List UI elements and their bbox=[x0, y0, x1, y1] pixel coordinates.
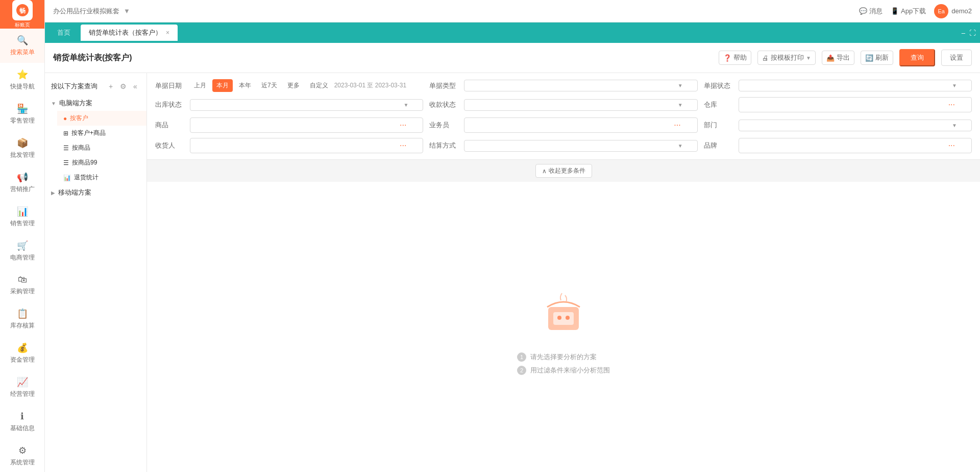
sales-icon: 📊 bbox=[17, 206, 28, 217]
sidebar-item-sales[interactable]: 📊 销售管理 bbox=[0, 200, 45, 234]
order-type-select[interactable]: ▼ bbox=[464, 80, 697, 91]
sidebar-item-ecommerce[interactable]: 🛒 电商管理 bbox=[0, 234, 45, 268]
sidebar-item-search[interactable]: 🔍 搜索菜单 bbox=[0, 29, 45, 63]
print-button[interactable]: 🖨 按模板打印 ▼ bbox=[757, 51, 816, 65]
avatar: Ea bbox=[934, 4, 948, 18]
page-title: 销货单统计表(按客户) bbox=[53, 53, 132, 63]
message-label: 消息 bbox=[869, 7, 883, 16]
receiver-ellipsis[interactable]: ··· bbox=[398, 141, 408, 150]
sidebar-item-finance-label: 资金管理 bbox=[10, 356, 35, 364]
query-button[interactable]: 查询 bbox=[899, 49, 935, 66]
export-button[interactable]: 📤 导出 bbox=[822, 51, 854, 65]
payment-status-select[interactable]: ▼ bbox=[464, 99, 697, 111]
filter-brand-col: 品牌 ··· bbox=[704, 138, 972, 153]
sidebar-item-quicknav[interactable]: ⭐ 快捷导航 bbox=[0, 63, 45, 97]
left-panel-header: 按以下方案查询 + ⚙ « bbox=[45, 77, 146, 96]
sidebar-item-purchase[interactable]: 🛍 采购管理 bbox=[0, 268, 45, 302]
receiver-select[interactable]: ··· bbox=[190, 138, 423, 153]
message-button[interactable]: 💬 消息 bbox=[859, 7, 883, 16]
product-ellipsis[interactable]: ··· bbox=[398, 121, 408, 130]
date-last-month[interactable]: 上月 bbox=[190, 79, 210, 92]
sidebar-item-operations[interactable]: 📈 经营管理 bbox=[0, 370, 45, 405]
scheme-by-product99[interactable]: ☰ 按商品99 bbox=[57, 155, 146, 170]
brand-select[interactable]: ··· bbox=[739, 138, 972, 153]
sidebar-item-operations-label: 经营管理 bbox=[10, 390, 35, 398]
message-icon: 💬 bbox=[859, 7, 867, 15]
warehouse-ellipsis[interactable]: ··· bbox=[946, 100, 957, 109]
delivery-status-select[interactable]: ▼ bbox=[190, 99, 423, 111]
tab-close-icon[interactable]: × bbox=[166, 29, 169, 36]
sidebar-item-basic[interactable]: ℹ 基础信息 bbox=[0, 405, 45, 439]
salesperson-ellipsis[interactable]: ··· bbox=[672, 121, 682, 130]
main-content: 办公用品行业模拟账套 ▼ 💬 消息 📱 App下载 Ea demo2 首页 销货… bbox=[45, 0, 980, 472]
scheme-by-customer-product[interactable]: ⊞ 按客户+商品 bbox=[57, 126, 146, 140]
settlement-select[interactable]: ▼ bbox=[464, 140, 697, 152]
settings-button[interactable]: 设置 bbox=[941, 50, 972, 66]
order-status-select[interactable]: ▼ bbox=[739, 80, 972, 91]
search-icon: 🔍 bbox=[17, 35, 28, 46]
help-icon: ❓ bbox=[723, 54, 731, 62]
sidebar-item-retail[interactable]: 🏪 零售管理 bbox=[0, 97, 45, 131]
salesperson-select[interactable]: ··· bbox=[464, 117, 697, 133]
add-scheme-button[interactable]: + bbox=[106, 81, 116, 91]
scheme-by-customer[interactable]: ● 按客户 bbox=[57, 111, 146, 126]
help-button[interactable]: ❓ 帮助 bbox=[719, 51, 751, 65]
filter-row-2: 出库状态 ▼ 收款状态 ▼ bbox=[155, 97, 972, 112]
print-icon: 🖨 bbox=[762, 54, 769, 62]
delivery-status-label: 出库状态 bbox=[155, 100, 186, 109]
tab-sales-stats[interactable]: 销货单统计表（按客户） × bbox=[81, 25, 178, 41]
wholesale-icon: 📦 bbox=[17, 137, 28, 149]
date-custom[interactable]: 自定义 bbox=[306, 79, 332, 92]
brand-ellipsis[interactable]: ··· bbox=[946, 141, 957, 150]
app-download-label: App下载 bbox=[901, 7, 926, 16]
app-download-button[interactable]: 📱 App下载 bbox=[891, 7, 926, 16]
filter-row-4: 收货人 ··· 结算方式 ▼ bbox=[155, 138, 972, 153]
scheme-by-product[interactable]: ☰ 按商品 bbox=[57, 140, 146, 155]
print-dropdown-icon: ▼ bbox=[806, 55, 811, 61]
warehouse-select[interactable]: ··· bbox=[739, 97, 972, 112]
empty-illustration bbox=[533, 279, 594, 340]
tab-home[interactable]: 首页 bbox=[49, 25, 79, 41]
empty-step-1: 1 请先选择要分析的方案 bbox=[517, 352, 610, 362]
filter-receiver-col: 收货人 ··· bbox=[155, 138, 423, 153]
sidebar-item-finance[interactable]: 💰 资金管理 bbox=[0, 336, 45, 370]
department-select[interactable]: ▼ bbox=[739, 120, 972, 131]
filter-warehouse-col: 仓库 ··· bbox=[704, 97, 972, 112]
salesperson-label: 业务员 bbox=[429, 121, 460, 130]
collapse-chevron-icon: ∧ bbox=[542, 168, 547, 175]
sidebar-item-marketing[interactable]: 📢 营销推广 bbox=[0, 166, 45, 200]
tree-section-pc[interactable]: ▼ 电脑端方案 bbox=[45, 96, 146, 111]
scheme-settings-button[interactable]: ⚙ bbox=[118, 81, 128, 91]
sidebar-item-wholesale[interactable]: 📦 批发管理 bbox=[0, 131, 45, 166]
finance-icon: 💰 bbox=[17, 342, 28, 353]
tree-section-mobile[interactable]: ▶ 移动端方案 bbox=[45, 185, 146, 200]
date-this-month[interactable]: 本月 bbox=[212, 79, 233, 92]
collapse-button[interactable]: ∧ 收起更多条件 bbox=[535, 164, 592, 178]
date-7days[interactable]: 近7天 bbox=[257, 79, 281, 92]
date-more[interactable]: 更多 bbox=[283, 79, 304, 92]
grid-icon: ⊞ bbox=[63, 130, 68, 137]
date-this-year[interactable]: 本年 bbox=[235, 79, 255, 92]
refresh-button[interactable]: 🔄 刷新 bbox=[861, 51, 893, 65]
user-profile[interactable]: Ea demo2 bbox=[934, 4, 972, 18]
empty-state: 1 请先选择要分析的方案 2 用过滤条件来缩小分析范围 bbox=[147, 182, 980, 472]
scheme-by-product-label: 按商品 bbox=[72, 144, 90, 152]
minimize-icon[interactable]: – bbox=[962, 29, 965, 37]
expand-icon: ▼ bbox=[51, 101, 56, 106]
sidebar-item-inventory[interactable]: 📋 库存核算 bbox=[0, 302, 45, 336]
order-type-label: 单据类型 bbox=[429, 81, 460, 90]
left-panel: 按以下方案查询 + ⚙ « ▼ 电脑端方案 ● 按客户 bbox=[45, 73, 147, 472]
collapse-panel-button[interactable]: « bbox=[130, 81, 140, 91]
sidebar-item-ecommerce-label: 电商管理 bbox=[10, 253, 35, 262]
left-panel-title: 按以下方案查询 bbox=[51, 82, 97, 91]
sidebar-item-system[interactable]: ⚙ 系统管理 bbox=[0, 439, 45, 472]
collapse-label: 收起更多条件 bbox=[549, 167, 585, 175]
header-dropdown-icon[interactable]: ▼ bbox=[124, 7, 130, 15]
scheme-return-stats[interactable]: 📊 退货统计 bbox=[57, 170, 146, 185]
filter-order-status-col: 单据状态 ▼ bbox=[704, 80, 972, 91]
sidebar-item-retail-label: 零售管理 bbox=[10, 116, 35, 125]
logo-text: 标账页 bbox=[15, 21, 30, 29]
product-select[interactable]: ··· bbox=[190, 117, 423, 133]
order-status-chevron: ▼ bbox=[952, 83, 957, 88]
maximize-icon[interactable]: ⛶ bbox=[969, 29, 976, 37]
